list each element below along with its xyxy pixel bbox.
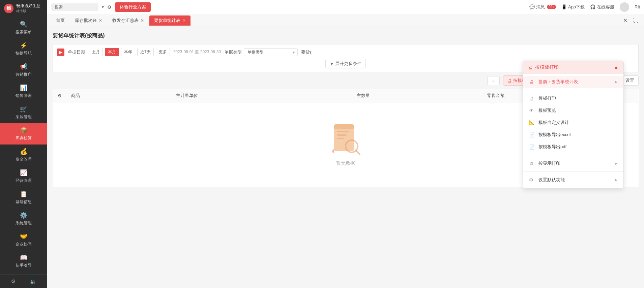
operations-icon: 📈 xyxy=(20,169,27,177)
system-icon: ⚙️ xyxy=(20,212,27,219)
set-default-label: 设置默认功能 xyxy=(538,177,612,183)
sidebar-item-collab[interactable]: 🤝 企业协同 xyxy=(0,229,47,251)
tab-close-btn[interactable]: ✕ xyxy=(621,17,629,25)
print-dropdown-header[interactable]: 🖨 按模板打印 ▲ xyxy=(523,61,623,74)
user-avatar[interactable] xyxy=(620,2,629,12)
date-btn-cur-year[interactable]: 本年 xyxy=(121,48,135,56)
tab-order-stats[interactable]: 要货单统计表 ✕ xyxy=(149,15,191,26)
topbar-gear-icon[interactable]: ⚙ xyxy=(107,4,112,10)
dropdown-set-default[interactable]: ⚙ 设置默认功能 ▸ xyxy=(523,174,623,186)
sales-icon: 📊 xyxy=(20,84,27,92)
sidebar-item-basic[interactable]: 📋 基础信息 xyxy=(0,187,47,208)
printer-icon: 🖨 xyxy=(507,78,512,83)
app-download-btn[interactable]: 📱 App下载 xyxy=(561,4,585,10)
dropdown-item-template-print[interactable]: 🖨 模板打印 xyxy=(523,92,623,104)
print-dropdown-close-icon[interactable]: ▲ xyxy=(613,64,619,70)
export-pdf-icon: 📄 xyxy=(529,144,535,150)
sidebar-item-label: 销售管理 xyxy=(16,93,32,99)
sidebar-item-finance[interactable]: 💰 资金管理 xyxy=(0,145,47,166)
date-btn-prev-month[interactable]: 上月 xyxy=(89,48,103,56)
goods-label: 要货( xyxy=(301,49,311,55)
sidebar-item-label: 快捷导航 xyxy=(16,51,32,56)
dropdown-item-template-preview[interactable]: 👁 模板预览 xyxy=(523,104,623,117)
dropdown-display-print[interactable]: 🖥 按显示打印 ▸ xyxy=(523,157,623,169)
dropdown-item-export-pdf[interactable]: 📄 按模板导出pdf xyxy=(523,141,623,153)
sidebar-item-label: 资金管理 xyxy=(16,157,32,162)
settings-footer-btn[interactable]: ⚙ xyxy=(11,278,16,285)
sidebar-item-label: 经营管理 xyxy=(16,178,32,184)
message-icon: 💬 xyxy=(529,4,535,9)
user-name[interactable]: Rit xyxy=(635,4,640,9)
type-select[interactable]: 单据类型 xyxy=(244,48,298,56)
dropdown-section-display-print: 🖥 按显示打印 ▸ xyxy=(523,155,623,172)
sidebar-item-system[interactable]: ⚙️ 系统管理 xyxy=(0,208,47,229)
guide-icon: 📖 xyxy=(20,254,27,261)
sidebar-item-sales[interactable]: 📊 销售管理 xyxy=(0,81,47,102)
sidebar-item-label: 企业协同 xyxy=(16,242,32,247)
collab-icon: 🤝 xyxy=(20,233,27,240)
tab-receipt-summary-label: 收发存汇总表 xyxy=(112,18,139,24)
online-service-btn[interactable]: 🎧 在线客服 xyxy=(590,4,614,10)
dropdown-item-export-excel[interactable]: 📄 按模板导出excel xyxy=(523,129,623,141)
search-menu-icon: 🔍 xyxy=(20,21,27,28)
empty-text: 暂无数据 xyxy=(336,160,355,166)
message-label: 消息 xyxy=(536,4,545,10)
inventory-icon: 📦 xyxy=(20,127,27,134)
date-btn-cur-month[interactable]: 本月 xyxy=(105,48,119,56)
date-btn-more[interactable]: 更多 xyxy=(156,48,170,56)
sidebar-item-label: 采购管理 xyxy=(16,114,32,120)
current-item-icon: 🖨 xyxy=(529,79,535,85)
experience-btn[interactable]: 体验行业方案 xyxy=(115,2,151,12)
template-preview-label: 模板预览 xyxy=(538,107,617,114)
tab-maximize-btn[interactable]: ⛶ xyxy=(632,17,640,25)
sidebar-item-guide[interactable]: 📖 新手引导 xyxy=(0,251,47,272)
expand-icon: ▼ xyxy=(330,61,334,66)
dropdown-current-item[interactable]: 🖨 当前：要货单统计表 ▸ xyxy=(523,76,623,88)
tab-receipt-summary[interactable]: 收发存汇总表 ✕ xyxy=(108,15,149,26)
dropdown-section-current: 🖨 当前：要货单统计表 ▸ xyxy=(523,74,623,90)
search-input[interactable] xyxy=(51,3,98,11)
filter-row: ▶ 单据日期 上月 本月 本年 近7天 更多 2023-06-01 至 2023… xyxy=(57,48,634,56)
print-dropdown-popup: 🖨 按模板打印 ▲ 🖨 当前：要货单统计表 ▸ 🖨 模板打印 👁 xyxy=(523,61,624,188)
tab-batch-account-close[interactable]: ✕ xyxy=(99,18,102,23)
template-print-label: 模板打印 xyxy=(538,95,617,101)
date-btn-7days[interactable]: 近7天 xyxy=(137,48,154,56)
sidebar-item-label: 系统管理 xyxy=(16,220,32,226)
tab-order-stats-close[interactable]: ✕ xyxy=(182,18,186,23)
message-btn[interactable]: 💬 消息 99+ xyxy=(529,4,556,10)
more-options-btn[interactable]: ··· xyxy=(487,76,500,85)
dropdown-section-set-default: ⚙ 设置默认功能 ▸ xyxy=(523,172,623,188)
filter-toggle-btn[interactable]: ▶ xyxy=(57,49,64,56)
expand-more-btn[interactable]: ▼ 展开更多条件 xyxy=(325,59,366,68)
sidebar-item-marketing[interactable]: 📢 营销推广 xyxy=(0,60,47,81)
tab-batch-account[interactable]: 库存批次账 ✕ xyxy=(70,15,107,26)
sidebar-item-inventory[interactable]: 📦 库存核算 xyxy=(0,123,47,145)
print-dropdown-printer-icon: 🖨 xyxy=(528,65,532,70)
sidebar-item-operations[interactable]: 📈 经营管理 xyxy=(0,166,47,187)
sidebar-item-purchase[interactable]: 🛒 采购管理 xyxy=(0,102,47,123)
sidebar-item-quick-nav[interactable]: ⚡ 快捷导航 xyxy=(0,38,47,60)
tab-home-label: 首页 xyxy=(56,18,65,24)
display-print-arrow: ▸ xyxy=(615,161,617,166)
dropdown-item-template-design[interactable]: 📐 模板自定义设计 xyxy=(523,117,623,129)
date-group: 上月 本月 本年 近7天 更多 2023-06-01 至 2023-06-30 xyxy=(89,48,221,56)
svg-line-3 xyxy=(356,150,360,154)
sidebar-logo: 畅 畅康通好生意 标准版 xyxy=(0,0,47,17)
sidebar-item-apps[interactable]: 🔲 应用中心 xyxy=(0,272,47,275)
sidebar: 畅 畅康通好生意 标准版 🔍 搜索菜单 ⚡ 快捷导航 📢 营销推广 📊 销售管理… xyxy=(0,0,47,288)
tab-receipt-summary-close[interactable]: ✕ xyxy=(141,18,144,23)
expand-label: 展开更多条件 xyxy=(335,61,361,67)
speaker-footer-btn[interactable]: 🔈 xyxy=(30,278,37,285)
template-preview-icon: 👁 xyxy=(529,108,535,113)
message-badge: 99+ xyxy=(547,5,556,9)
logo-icon: 畅 xyxy=(4,4,13,13)
template-design-icon: 📐 xyxy=(529,120,535,125)
topbar-dropdown-arrow[interactable]: ▾ xyxy=(102,5,104,9)
app-name: 畅康通好生意 xyxy=(16,3,40,9)
online-service-label: 在线客服 xyxy=(597,4,614,10)
sidebar-item-label: 基础信息 xyxy=(16,199,32,205)
tab-home[interactable]: 首页 xyxy=(51,15,69,26)
set-default-icon: ⚙ xyxy=(529,177,535,183)
sidebar-item-search-menu[interactable]: 🔍 搜索菜单 xyxy=(0,17,47,38)
download-icon: 📱 xyxy=(561,4,567,9)
